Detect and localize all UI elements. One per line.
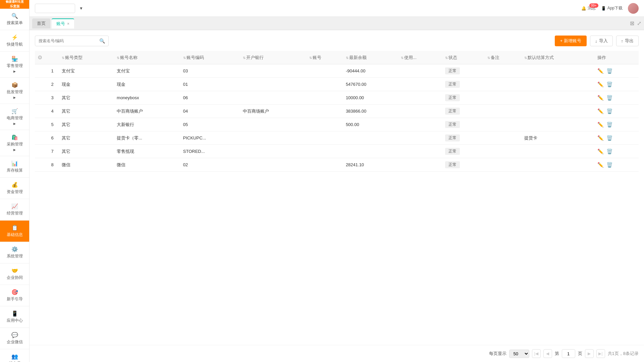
col-usage[interactable]: ⇅使用... bbox=[398, 51, 442, 64]
row-num-1: 2 bbox=[46, 78, 59, 91]
user-avatar[interactable] bbox=[628, 3, 639, 14]
sidebar-item-member[interactable]: 👥畅会员 bbox=[0, 349, 29, 362]
edit-icon-5[interactable]: ✏️ bbox=[597, 135, 604, 141]
edit-icon-4[interactable]: ✏️ bbox=[597, 122, 604, 128]
table-row: 2 现金 现金 01 547670.00 正常 ✏️ 🗑️ bbox=[35, 78, 639, 91]
sidebar-item-retail[interactable]: 🏪零售管理▶ bbox=[0, 52, 29, 78]
sidebar-item-guide[interactable]: 🎯新手引导 bbox=[0, 285, 29, 306]
sidebar-item-purchase[interactable]: 🛍️采购管理▶ bbox=[0, 130, 29, 156]
page-size-select[interactable]: 50 20 100 bbox=[509, 350, 529, 358]
row-usage-7 bbox=[398, 158, 442, 172]
row-code-2: 06 bbox=[180, 91, 240, 105]
delete-icon-0[interactable]: 🗑️ bbox=[606, 68, 613, 74]
tab-expand-icon[interactable]: ⤢ bbox=[637, 20, 641, 26]
col-name[interactable]: ⇅账号名称 bbox=[114, 51, 180, 64]
topbar-search-input[interactable] bbox=[35, 4, 75, 13]
col-default[interactable]: ⇅默认结算方式 bbox=[522, 51, 595, 64]
edit-icon-6[interactable]: ✏️ bbox=[597, 148, 604, 155]
row-gear-2 bbox=[35, 91, 46, 105]
export-button[interactable]: ↑ 导出 bbox=[616, 36, 639, 46]
col-code[interactable]: ⇅账号编码 bbox=[180, 51, 240, 64]
edit-icon-3[interactable]: ✏️ bbox=[597, 108, 604, 114]
col-balance[interactable]: ⇅最新余额 bbox=[343, 51, 398, 64]
delete-icon-4[interactable]: 🗑️ bbox=[606, 122, 613, 128]
delete-icon-5[interactable]: 🗑️ bbox=[606, 135, 613, 141]
search-input[interactable] bbox=[35, 39, 96, 43]
sidebar-item-wholesale[interactable]: 📦批发管理▶ bbox=[0, 78, 29, 104]
sidebar-item-inventory[interactable]: 📊库存核算 bbox=[0, 156, 29, 178]
settings-icon[interactable]: ⚙ bbox=[38, 55, 42, 60]
basic-info-icon: 📋 bbox=[2, 225, 27, 231]
row-usage-1 bbox=[398, 78, 442, 91]
col-type[interactable]: ⇅账号类型 bbox=[59, 51, 114, 64]
edit-icon-2[interactable]: ✏️ bbox=[597, 95, 604, 101]
delete-icon-3[interactable]: 🗑️ bbox=[606, 108, 613, 114]
row-default-0 bbox=[522, 64, 595, 78]
sidebar-item-system[interactable]: ⚙️系统管理 bbox=[0, 242, 29, 263]
message-button[interactable]: 🔔 消息 99+ bbox=[581, 5, 596, 11]
app-logo: 畅捷通时生意 乐意版 bbox=[0, 0, 29, 9]
sidebar-item-app-center[interactable]: 📱应用中心 bbox=[0, 306, 29, 328]
tab-shrink-icon[interactable]: ⊠ bbox=[630, 20, 634, 26]
edit-icon-0[interactable]: ✏️ bbox=[597, 68, 604, 74]
row-gear-4 bbox=[35, 118, 46, 131]
logo-text-line2: 乐意版 bbox=[10, 4, 20, 9]
delete-icon-2[interactable]: 🗑️ bbox=[606, 95, 613, 101]
guide-icon: 🎯 bbox=[2, 289, 27, 295]
row-num-6: 7 bbox=[46, 145, 59, 158]
enterprise-wechat-icon: 💬 bbox=[2, 332, 27, 338]
quick-nav-icon: ⚡ bbox=[2, 34, 27, 41]
status-badge-5: 正常 bbox=[445, 134, 460, 141]
col-remark[interactable]: ⇅备注 bbox=[485, 51, 521, 64]
topbar-dropdown[interactable]: ▼ bbox=[79, 6, 83, 11]
finance-icon: 💰 bbox=[2, 182, 27, 188]
tab-home-label: 首页 bbox=[37, 20, 46, 26]
status-badge-2: 正常 bbox=[445, 94, 460, 101]
page-last-button[interactable]: ▶| bbox=[596, 349, 605, 358]
edit-icon-1[interactable]: ✏️ bbox=[597, 81, 604, 87]
tab-bar: 首页 账号 × ⊠ ⤢ bbox=[30, 17, 644, 30]
import-button[interactable]: ↓ 导入 bbox=[590, 36, 613, 46]
row-gear-7 bbox=[35, 158, 46, 172]
row-status-5: 正常 bbox=[442, 131, 485, 145]
delete-icon-1[interactable]: 🗑️ bbox=[606, 81, 613, 87]
add-account-button[interactable]: + 新增账号 bbox=[555, 36, 587, 46]
sidebar-item-operation[interactable]: 📈经营管理 bbox=[0, 199, 29, 221]
page-prev-button[interactable]: ◀ bbox=[543, 349, 552, 358]
table-row: 8 微信 微信 02 28241.10 正常 ✏️ 🗑️ bbox=[35, 158, 639, 172]
sidebar-item-enterprise-agreement[interactable]: 🤝企业协同 bbox=[0, 263, 29, 285]
col-status[interactable]: ⇅状态 bbox=[442, 51, 485, 64]
app-download-button[interactable]: 📱 App下载 bbox=[601, 5, 623, 11]
tab-account[interactable]: 账号 × bbox=[52, 18, 74, 28]
sidebar-item-search[interactable]: 🔍搜索菜单 bbox=[0, 9, 29, 30]
page-next-button[interactable]: ▶ bbox=[585, 349, 594, 358]
table-row: 7 其它 零售抵现 STORED... 正常 ✏️ 🗑️ bbox=[35, 145, 639, 158]
tab-home[interactable]: 首页 bbox=[32, 18, 50, 28]
row-remark-6 bbox=[485, 145, 521, 158]
page-number-input[interactable] bbox=[562, 349, 575, 358]
logo-text-line1: 畅捷通时生意 bbox=[6, 0, 24, 4]
row-name-4: 大新银行 bbox=[114, 118, 180, 131]
row-account-3 bbox=[307, 105, 343, 118]
delete-icon-7[interactable]: 🗑️ bbox=[606, 162, 613, 168]
page-first-button[interactable]: |◀ bbox=[532, 349, 541, 358]
toolbar-row: 🔍 + 新增账号 ↓ 导入 ↑ 导出 bbox=[35, 36, 639, 46]
sidebar-item-enterprise-wechat[interactable]: 💬企业微信 bbox=[0, 328, 29, 349]
app-center-icon: 📱 bbox=[2, 310, 27, 317]
bell-icon: 🔔 bbox=[581, 6, 586, 11]
tab-account-close[interactable]: × bbox=[67, 22, 69, 26]
sidebar-item-finance[interactable]: 💰资金管理 bbox=[0, 178, 29, 199]
col-bank[interactable]: ⇅开户银行 bbox=[240, 51, 307, 64]
row-action-5: ✏️ 🗑️ bbox=[595, 131, 639, 145]
sidebar-item-label: 应用中心 bbox=[2, 318, 27, 323]
sidebar-item-label: 基础信息 bbox=[2, 232, 27, 238]
col-account[interactable]: ⇅账号 bbox=[307, 51, 343, 64]
delete-icon-6[interactable]: 🗑️ bbox=[606, 148, 613, 155]
sidebar-item-quick-nav[interactable]: ⚡快捷导航 bbox=[0, 30, 29, 52]
row-num-2: 3 bbox=[46, 91, 59, 105]
sidebar-item-ecommerce[interactable]: 🛒电商管理▶ bbox=[0, 104, 29, 130]
edit-icon-7[interactable]: ✏️ bbox=[597, 162, 604, 168]
search-box: 🔍 bbox=[35, 36, 109, 46]
search-button[interactable]: 🔍 bbox=[96, 38, 108, 44]
sidebar-item-basic-info[interactable]: 📋基础信息 bbox=[0, 221, 29, 242]
